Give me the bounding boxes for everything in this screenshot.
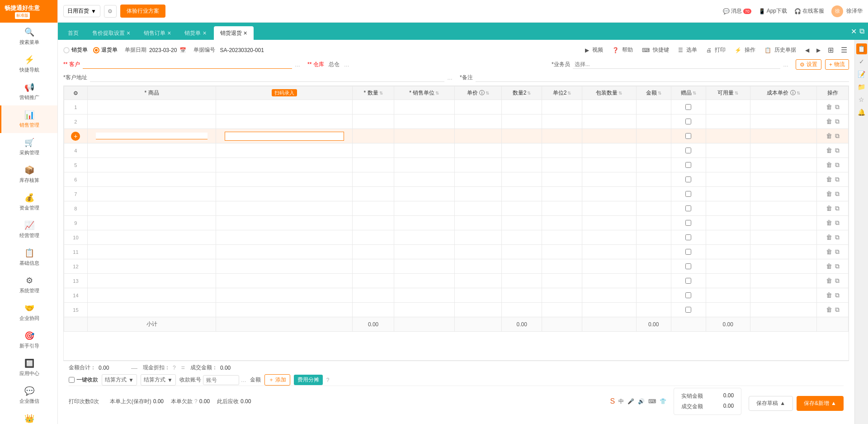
cell-4-cost_price[interactable] xyxy=(750,143,816,158)
cell-5-cost_price[interactable] xyxy=(750,158,816,172)
cell-2-unit2[interactable] xyxy=(542,114,582,129)
cell-7-unit[interactable] xyxy=(394,187,454,201)
col-sort-action[interactable]: 操作 xyxy=(827,89,838,97)
cell-10-scan[interactable] xyxy=(216,230,353,245)
copy-icon-3[interactable]: ⧉ xyxy=(835,132,840,140)
online-service-btn[interactable]: 🎧 在线客服 xyxy=(794,7,824,15)
cell-13-unit2[interactable] xyxy=(542,274,582,288)
copy-icon-4[interactable]: ⧉ xyxy=(835,147,840,154)
delete-icon-1[interactable]: 🗑 xyxy=(826,103,832,111)
col-sort-price[interactable]: 单价 ⓘ ⇅ xyxy=(467,89,489,97)
tab-2[interactable]: 销售订单 × xyxy=(137,26,177,40)
user-avatar[interactable]: 徐 徐泽华 xyxy=(831,5,863,17)
col-sort-qty[interactable]: * 数量 ⇅ xyxy=(364,89,383,97)
cell-14-unit[interactable] xyxy=(394,288,454,303)
cell-4-amount[interactable] xyxy=(636,143,671,158)
cell-12-amount[interactable] xyxy=(636,259,671,274)
cell-2-cost_price[interactable] xyxy=(750,114,816,129)
cell-8-pkg_qty[interactable] xyxy=(582,201,636,216)
account-dots[interactable]: … xyxy=(241,377,246,383)
scan-btn[interactable]: 扫码录入 xyxy=(272,89,297,96)
col-sort-unit[interactable]: * 销售单位 ⇅ xyxy=(409,89,439,97)
grid-view-icon[interactable]: ⊞ xyxy=(826,45,835,55)
cell-7-pkg_qty[interactable] xyxy=(582,187,636,201)
cell-4-price[interactable] xyxy=(454,143,501,158)
cell-10-product[interactable] xyxy=(87,230,216,245)
cell-3-cost_price[interactable] xyxy=(750,129,816,143)
gift-check-1[interactable] xyxy=(685,104,691,110)
cell-13-available[interactable] xyxy=(706,274,750,288)
cell-7-cost_price[interactable] xyxy=(750,187,816,201)
cell-15-qty[interactable] xyxy=(353,303,394,317)
sidebar-item-3[interactable]: 📊销售管理 xyxy=(0,105,57,133)
cell-6-qty[interactable] xyxy=(353,172,394,187)
cell-1-product[interactable] xyxy=(87,100,216,114)
cell-14-cost_price[interactable] xyxy=(750,288,816,303)
cell-14-product[interactable] xyxy=(87,288,216,303)
sidebar-item-5[interactable]: 📦库存核算 xyxy=(0,161,57,188)
mic-icon[interactable]: 🎤 xyxy=(627,398,634,405)
cell-12-cost_price[interactable] xyxy=(750,259,816,274)
copy-icon-5[interactable]: ⧉ xyxy=(835,161,840,169)
gift-check-10[interactable] xyxy=(685,234,691,240)
gift-check-13[interactable] xyxy=(685,278,691,284)
sidebar-item-14[interactable]: 👑畅会员 xyxy=(0,409,57,424)
right-panel-icon-0[interactable]: 📋 xyxy=(856,43,867,54)
cell-13-pkg_qty[interactable] xyxy=(582,274,636,288)
gift-check-14[interactable] xyxy=(685,292,691,298)
cell-6-available[interactable] xyxy=(706,172,750,187)
cell-4-available[interactable] xyxy=(706,143,750,158)
cell-6-qty2[interactable] xyxy=(502,172,542,187)
cell-15-scan[interactable] xyxy=(216,303,353,317)
cell-7-scan[interactable] xyxy=(216,187,353,201)
copy-icon-7[interactable]: ⧉ xyxy=(835,190,840,198)
cell-15-unit[interactable] xyxy=(394,303,454,317)
cell-6-unit2[interactable] xyxy=(542,172,582,187)
cell-1-price[interactable] xyxy=(454,100,501,114)
cell-15-available[interactable] xyxy=(706,303,750,317)
cell-13-price[interactable] xyxy=(454,274,501,288)
settlement-select[interactable]: 结算方式 ▼ xyxy=(102,374,137,386)
col-sort-product[interactable]: * 商品 xyxy=(145,89,159,97)
cell-2-pkg_qty[interactable] xyxy=(582,114,636,129)
gift-check-15[interactable] xyxy=(685,307,691,313)
cell-4-scan[interactable] xyxy=(216,143,353,158)
message-btn[interactable]: 💬 消息 70 xyxy=(723,7,751,15)
cell-15-pkg_qty[interactable] xyxy=(582,303,636,317)
cell-12-pkg_qty[interactable] xyxy=(582,259,636,274)
one-key-checkbox[interactable]: 一键收款 xyxy=(69,376,98,384)
cell-14-scan[interactable] xyxy=(216,288,353,303)
gift-check-3[interactable] xyxy=(685,133,691,139)
cell-7-price[interactable] xyxy=(454,187,501,201)
app-download-btn[interactable]: 📱 App下载 xyxy=(759,7,787,15)
industry-select[interactable]: 日用百货 ▼ xyxy=(63,5,100,17)
cell-15-amount[interactable] xyxy=(636,303,671,317)
cell-14-pkg_qty[interactable] xyxy=(582,288,636,303)
delete-icon-7[interactable]: 🗑 xyxy=(826,190,832,198)
sidebar-item-6[interactable]: 💰资金管理 xyxy=(0,188,57,216)
cell-11-pkg_qty[interactable] xyxy=(582,245,636,259)
cell-3-scan[interactable] xyxy=(216,129,353,143)
video-btn[interactable]: ▶ 视频 xyxy=(583,44,607,56)
sidebar-item-11[interactable]: 🎯新手引导 xyxy=(0,326,57,354)
cell-10-unit[interactable] xyxy=(394,230,454,245)
cell-10-cost_price[interactable] xyxy=(750,230,816,245)
cell-3-amount[interactable] xyxy=(636,129,671,143)
cell-15-qty2[interactable] xyxy=(502,303,542,317)
shirt-icon[interactable]: 👕 xyxy=(660,398,666,405)
delete-icon-4[interactable]: 🗑 xyxy=(826,147,832,154)
copy-icon-15[interactable]: ⧉ xyxy=(835,306,840,314)
cell-11-cost_price[interactable] xyxy=(750,245,816,259)
copy-icon-1[interactable]: ⧉ xyxy=(835,103,840,111)
cell-13-amount[interactable] xyxy=(636,274,671,288)
cell-5-price[interactable] xyxy=(454,158,501,172)
cell-8-scan[interactable] xyxy=(216,201,353,216)
question-icon[interactable]: ? xyxy=(173,365,176,371)
cell-5-unit[interactable] xyxy=(394,158,454,172)
sidebar-item-2[interactable]: 📢营销推广 xyxy=(0,78,57,105)
copy-icon-8[interactable]: ⧉ xyxy=(835,205,840,212)
cell-1-amount[interactable] xyxy=(636,100,671,114)
cell-5-pkg_qty[interactable] xyxy=(582,158,636,172)
cell-10-unit2[interactable] xyxy=(542,230,582,245)
copy-icon-13[interactable]: ⧉ xyxy=(835,277,840,285)
